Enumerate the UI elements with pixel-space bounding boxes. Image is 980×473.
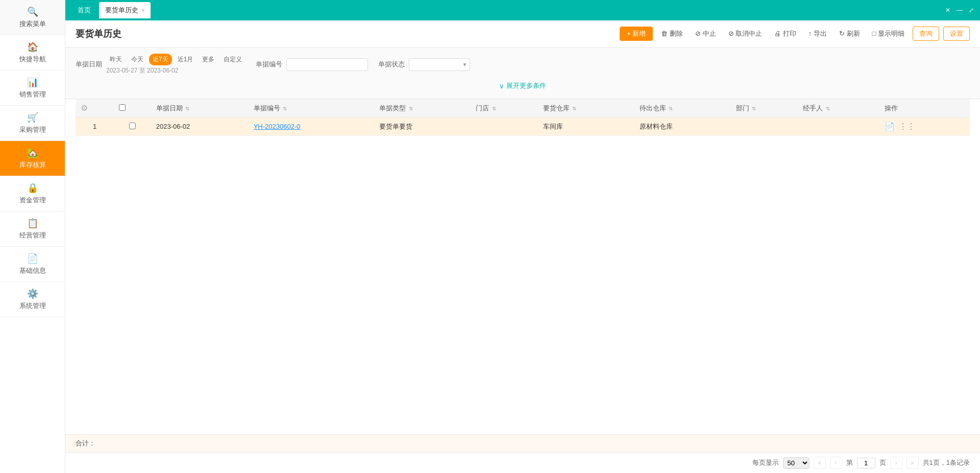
row-edit-icon-0[interactable]: 📄 (885, 122, 895, 131)
sidebar-item-finance[interactable]: 🔒资金管理 (0, 176, 65, 211)
page-info: 共1页，1条记录 (923, 458, 970, 467)
print-button[interactable]: 🖨 打印 (770, 27, 800, 40)
sidebar-label-operations: 经营管理 (19, 231, 46, 240)
tab-home[interactable]: 首页 (71, 2, 97, 18)
topbar-right: ✕ — ⤢ (945, 7, 974, 14)
stop-button[interactable]: ⊘ 中止 (691, 27, 720, 40)
date-btn-last7[interactable]: 近7天 (149, 54, 172, 65)
sales-icon: 📊 (27, 77, 38, 88)
sidebar-label-finance: 资金管理 (19, 196, 46, 205)
tab-history[interactable]: 要货单历史× (99, 2, 151, 18)
col-handler: 经手人 ⇅ (798, 99, 879, 117)
cancel-stop-button[interactable]: ⊘ 取消中止 (724, 27, 767, 40)
topbar-minimize-btn[interactable]: — (957, 7, 963, 14)
row-more-icon-0[interactable]: ⋮⋮ (899, 122, 915, 131)
column-settings-icon[interactable]: ⚙ (81, 104, 88, 112)
col-checkbox (114, 99, 151, 117)
sort-icon-doc-type: ⇅ (409, 106, 413, 111)
row-select-0[interactable] (129, 123, 136, 129)
expand-conditions-btn[interactable]: ∨ 展开更多条件 (495, 79, 550, 92)
doc-number-filter-group: 单据编号 (256, 58, 368, 71)
sort-icon-store: ⇅ (492, 106, 496, 111)
sort-icon-doc-number: ⇅ (283, 106, 287, 111)
basic-icon: 📄 (27, 253, 38, 264)
display-detail-button[interactable]: □ 显示明细 (868, 27, 909, 40)
row-store-0 (471, 117, 538, 136)
sidebar-label-basic: 基础信息 (19, 266, 46, 275)
date-btn-today[interactable]: 今天 (128, 54, 147, 65)
header-row: ⚙ 单据日期 ⇅ 单据编号 ⇅ 单据类型 ⇅ 门店 ⇅ 要货仓库 ⇅ 待出仓库 … (76, 99, 970, 117)
topbar-maximize-btn[interactable]: ⤢ (969, 7, 974, 14)
date-btn-last_month[interactable]: 近1月 (174, 54, 197, 65)
page-number-input[interactable] (857, 458, 875, 468)
new-button[interactable]: + 新增 (620, 27, 653, 41)
sort-icon-req-warehouse: ⇅ (572, 106, 576, 111)
export-button[interactable]: ↑ 导出 (804, 27, 831, 40)
expand-label: 展开更多条件 (506, 81, 546, 90)
select-all-checkbox[interactable] (119, 104, 126, 111)
date-btn-custom[interactable]: 自定义 (220, 54, 246, 65)
per-page-label: 每页显示 (752, 458, 779, 467)
row-num-0: 1 (76, 117, 114, 136)
table-row: 1 2023-06-02 YH-20230602-0 要货单要货 车间库 原材料… (76, 117, 970, 136)
purchase-icon: 🛒 (27, 112, 38, 123)
settings-button[interactable]: 设置 (943, 27, 970, 41)
doc-status-label: 单据状态 (378, 60, 405, 69)
topbar-close-btn[interactable]: ✕ (945, 7, 950, 14)
last-page-btn[interactable]: » (906, 457, 919, 469)
quick-nav-icon: 🏠 (27, 41, 38, 53)
main-area: 首页要货单历史× ✕ — ⤢ 要货单历史 + 新增 🗑 删除 ⊘ 中止 ⊘ 取消… (65, 0, 980, 473)
sidebar-item-quick-nav[interactable]: 🏠快捷导航 (0, 35, 65, 70)
sidebar-item-system[interactable]: ⚙️系统管理 (0, 282, 65, 317)
search-menu-icon: 🔍 (27, 6, 38, 17)
sort-icon-department: ⇅ (752, 106, 756, 111)
sidebar-item-inventory[interactable]: 🏡库存核算 (0, 141, 65, 176)
inventory-icon: 🏡 (27, 147, 38, 158)
doc-number-input[interactable] (286, 58, 368, 71)
footer-total-label: 合计： (76, 439, 95, 448)
sidebar-item-search-menu[interactable]: 🔍搜索菜单 (0, 0, 65, 35)
refresh-button[interactable]: ↻ 刷新 (835, 27, 864, 40)
col-store: 门店 ⇅ (471, 99, 538, 117)
col-department: 部门 ⇅ (731, 99, 798, 117)
col-doc-date: 单据日期 ⇅ (151, 99, 249, 117)
page-header: 要货单历史 + 新增 🗑 删除 ⊘ 中止 ⊘ 取消中止 🖨 打印 ↑ 导出 ↻ … (65, 20, 980, 48)
col-pending-warehouse: 待出仓库 ⇅ (634, 99, 731, 117)
row-handler-0 (798, 117, 879, 136)
query-button[interactable]: 查询 (913, 27, 939, 41)
date-btn-yesterday[interactable]: 昨天 (106, 54, 126, 65)
sidebar-item-basic[interactable]: 📄基础信息 (0, 247, 65, 282)
toolbar: + 新增 🗑 删除 ⊘ 中止 ⊘ 取消中止 🖨 打印 ↑ 导出 ↻ 刷新 □ 显… (620, 27, 970, 41)
first-page-btn[interactable]: « (814, 457, 826, 469)
sidebar-label-purchase: 采购管理 (19, 125, 46, 134)
sidebar-item-purchase[interactable]: 🛒采购管理 (0, 106, 65, 141)
col-settings: ⚙ (76, 99, 114, 117)
date-btn-more[interactable]: 更多 (199, 54, 218, 65)
date-buttons: 昨天今天近7天近1月更多自定义2023-05-27 至 2023-06-02 (106, 54, 246, 75)
page-size-select[interactable]: 50 10 20 100 (783, 457, 810, 469)
expand-icon: ∨ (499, 82, 504, 90)
sidebar-item-operations[interactable]: 📋经营管理 (0, 211, 65, 247)
topbar: 首页要货单历史× ✕ — ⤢ (65, 0, 980, 20)
doc-number-link-0[interactable]: YH-20230602-0 (254, 123, 301, 130)
col-doc-type: 单据类型 ⇅ (374, 99, 471, 117)
prev-page-btn[interactable]: ‹ (830, 457, 842, 469)
next-page-btn[interactable]: › (890, 457, 902, 469)
table-header: ⚙ 单据日期 ⇅ 单据编号 ⇅ 单据类型 ⇅ 门店 ⇅ 要货仓库 ⇅ 待出仓库 … (76, 99, 970, 117)
sidebar-label-sales: 销售管理 (19, 90, 46, 99)
sort-icon-doc-date: ⇅ (185, 106, 189, 111)
filter-area: 单据日期 昨天今天近7天近1月更多自定义2023-05-27 至 2023-06… (65, 48, 980, 99)
sidebar-item-sales[interactable]: 📊销售管理 (0, 70, 65, 106)
doc-status-select[interactable] (409, 58, 470, 71)
date-range-label: 2023-05-27 至 2023-06-02 (106, 66, 246, 75)
table-body: 1 2023-06-02 YH-20230602-0 要货单要货 车间库 原材料… (76, 117, 970, 136)
doc-number-label: 单据编号 (256, 60, 282, 69)
tab-close-history[interactable]: × (141, 7, 144, 13)
col-doc-number: 单据编号 ⇅ (249, 99, 375, 117)
expand-row: ∨ 展开更多条件 (76, 79, 970, 92)
delete-button[interactable]: 🗑 删除 (657, 27, 687, 40)
page-suffix-label: 页 (879, 458, 886, 467)
row-checkbox-0 (114, 117, 151, 136)
finance-icon: 🔒 (27, 182, 38, 194)
table-footer: 合计： (65, 434, 980, 452)
